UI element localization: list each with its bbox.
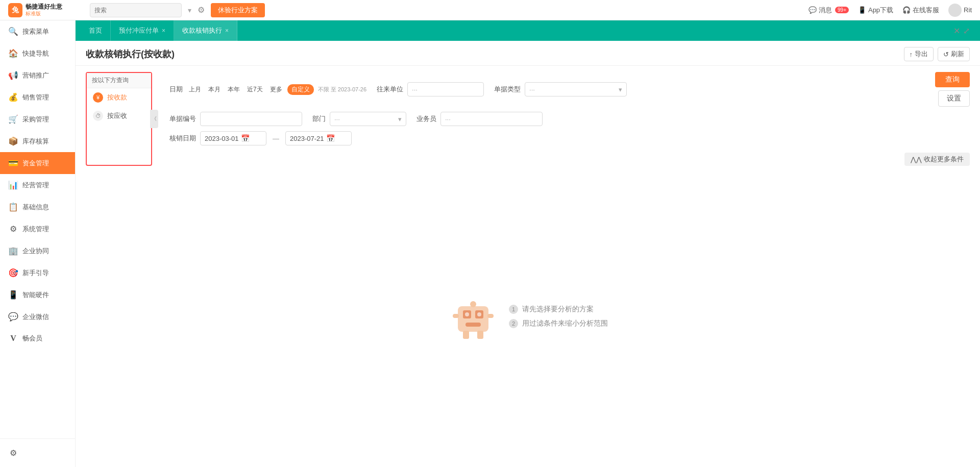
by-receipt-icon: ¥ xyxy=(93,92,103,103)
search-dropdown-icon[interactable]: ▾ xyxy=(188,6,191,14)
verify-date-field: 核销日期 2023-03-01 📅 — 2023-07-21 📅 xyxy=(169,131,352,145)
filter-layout: 按以下方查询 ¥ 按收款 ⏱ 按应收 《 xyxy=(86,72,970,166)
settings-gear-icon[interactable]: ⚙ xyxy=(198,5,205,15)
filter-selector-header: 按以下方查询 xyxy=(87,73,151,88)
unit-field: 往来单位 ··· xyxy=(377,82,484,96)
basic-info-icon: 📋 xyxy=(8,202,18,212)
verify-start-cal-icon: 📅 xyxy=(241,134,250,142)
user-name: Rit xyxy=(964,6,972,14)
dept-chevron: ▾ xyxy=(398,115,402,123)
sidebar-item-member[interactable]: V 畅会员 xyxy=(0,328,75,349)
sidebar-item-quick-nav[interactable]: 🏠 快捷导航 xyxy=(0,42,75,64)
shortcut-custom[interactable]: 自定义 xyxy=(287,84,314,95)
doc-type-field: 单据类型 ··· ▾ xyxy=(494,82,627,96)
query-btn[interactable]: 查询 xyxy=(935,72,970,87)
doc-num-input[interactable] xyxy=(200,112,302,126)
tab-receipt-verify-close[interactable]: × xyxy=(225,27,229,34)
query-settings-col: 查询 设置 xyxy=(935,72,970,107)
messages-btn[interactable]: 💬 消息 99 xyxy=(808,6,849,15)
filter-container: 按以下方查询 ¥ 按收款 ⏱ 按应收 《 xyxy=(76,66,980,166)
tab-home[interactable]: 首页 xyxy=(81,20,111,41)
tab-receipt-verify[interactable]: 收款核销执行 × xyxy=(174,20,237,41)
export-btn[interactable]: ↑ 导出 xyxy=(904,47,934,61)
refresh-btn[interactable]: ↺ 刷新 xyxy=(938,47,970,61)
shortcut-last-month[interactable]: 上月 xyxy=(187,84,203,95)
sidebar-item-inventory[interactable]: 📦 库存核算 xyxy=(0,130,75,152)
unit-select[interactable]: ··· xyxy=(407,82,484,96)
filter-row-3: 核销日期 2023-03-01 📅 — 2023-07-21 📅 xyxy=(169,131,970,145)
sidebar-item-finance[interactable]: 💳 资金管理 xyxy=(0,152,75,174)
refresh-icon: ↺ xyxy=(943,51,949,58)
enterprise-icon: 🏢 xyxy=(8,246,18,256)
settings-btn[interactable]: 设置 xyxy=(938,90,970,107)
collapse-up-icon: ⋀⋀ xyxy=(911,156,922,163)
tab-maximize-icon[interactable]: ⤢ xyxy=(963,26,970,36)
sidebar-item-system[interactable]: ⚙ 系统管理 xyxy=(0,218,75,240)
filter-row-2: 单据编号 部门 ··· ▾ 业务员 xyxy=(169,112,970,126)
online-service-btn[interactable]: 🎧 在线客服 xyxy=(902,6,939,15)
sidebar-item-hardware[interactable]: 📱 智能硬件 xyxy=(0,284,75,306)
svg-rect-3 xyxy=(465,323,481,327)
empty-state: 1 请先选择要分析的方案 2 用过滤条件来缩小分析范围 xyxy=(76,166,980,467)
staff-select[interactable]: ··· xyxy=(440,112,543,126)
doc-type-select[interactable]: ··· ▾ xyxy=(525,82,627,96)
shortcut-this-month[interactable]: 本月 xyxy=(206,84,223,95)
inventory-icon: 📦 xyxy=(8,136,18,146)
member-icon: V xyxy=(8,334,18,343)
filter-selector: 按以下方查询 ¥ 按收款 ⏱ 按应收 《 xyxy=(86,72,152,166)
marketing-icon: 📢 xyxy=(8,70,18,80)
svg-rect-5 xyxy=(453,314,459,318)
user-area[interactable]: Rit xyxy=(948,4,972,17)
svg-point-9 xyxy=(465,312,469,316)
messages-badge: 99 xyxy=(835,7,849,13)
verify-date-end-input[interactable]: 2023-07-21 📅 xyxy=(285,131,352,145)
sidebar-item-guide[interactable]: 🎯 新手引导 xyxy=(0,262,75,284)
svg-rect-8 xyxy=(477,331,483,339)
svg-rect-0 xyxy=(458,306,488,332)
app-logo-text: 畅捷通好生意 标准版 xyxy=(26,3,62,16)
sidebar-settings-icon: ⚙ xyxy=(8,448,18,458)
industry-btn[interactable]: 休验行业方案 xyxy=(211,3,265,17)
dept-select[interactable]: ··· ▾ xyxy=(330,112,406,126)
top-search-input[interactable] xyxy=(90,3,182,17)
sales-icon: 💰 xyxy=(8,92,18,102)
filter-option-by-receipt[interactable]: ¥ 按收款 xyxy=(87,88,151,107)
svg-rect-7 xyxy=(463,331,469,339)
shortcut-7days[interactable]: 近7天 xyxy=(245,84,265,95)
doc-type-chevron: ▾ xyxy=(619,86,622,93)
verify-date-start-input[interactable]: 2023-03-01 📅 xyxy=(200,131,266,145)
sidebar-item-sales[interactable]: 💰 销售管理 xyxy=(0,86,75,108)
top-header: 兔 畅捷通好生意 标准版 ▾ ⚙ 休验行业方案 💬 消息 99 📱 App下载 … xyxy=(0,0,980,20)
sidebar: 🔍 搜索菜单 🏠 快捷导航 📢 营销推广 💰 销售管理 🛒 采购管理 📦 库存核… xyxy=(0,20,76,467)
more-conditions: ⋀⋀ 收起更多条件 xyxy=(169,153,970,166)
collapse-conditions-btn[interactable]: ⋀⋀ 收起更多条件 xyxy=(904,153,970,166)
dept-field: 部门 ··· ▾ xyxy=(312,112,406,126)
sidebar-item-purchase[interactable]: 🛒 采购管理 xyxy=(0,108,75,130)
filter-option-by-receivable[interactable]: ⏱ 按应收 xyxy=(87,107,151,125)
sidebar-settings-btn[interactable]: ⚙ xyxy=(0,444,75,462)
sidebar-item-wechat[interactable]: 💬 企业微信 xyxy=(0,306,75,328)
filter-collapse-btn[interactable]: 《 xyxy=(150,110,158,128)
app-logo-icon: 兔 xyxy=(8,3,22,17)
shortcut-more[interactable]: 更多 xyxy=(268,84,284,95)
sidebar-item-marketing[interactable]: 📢 营销推广 xyxy=(0,64,75,86)
tab-bar-actions: ✕ ⤢ xyxy=(948,26,975,36)
sidebar-item-basic-info[interactable]: 📋 基础信息 xyxy=(0,196,75,218)
verify-end-cal-icon: 📅 xyxy=(326,134,335,142)
user-avatar xyxy=(948,4,962,17)
shortcut-this-year[interactable]: 本年 xyxy=(226,84,242,95)
sidebar-item-search-menu[interactable]: 🔍 搜索菜单 xyxy=(0,20,75,42)
sidebar-item-enterprise[interactable]: 🏢 企业协同 xyxy=(0,240,75,262)
sidebar-item-operations[interactable]: 📊 经营管理 xyxy=(0,174,75,196)
app-download-btn[interactable]: 📱 App下载 xyxy=(858,6,893,15)
main-layout: 🔍 搜索菜单 🏠 快捷导航 📢 营销推广 💰 销售管理 🛒 采购管理 📦 库存核… xyxy=(0,20,980,467)
tab-close-all-icon[interactable]: ✕ xyxy=(953,26,960,36)
tab-prepay[interactable]: 预付冲应付单 × xyxy=(111,20,174,41)
page-tabs: 首页 预付冲应付单 × 收款核销执行 × ✕ ⤢ xyxy=(76,20,980,41)
by-receivable-icon: ⏱ xyxy=(93,111,103,121)
filter-form: 日期 上月 本月 本年 近7天 更多 自定义 不限 至 2023-07-26 xyxy=(160,72,970,166)
doc-num-field: 单据编号 xyxy=(169,112,302,126)
empty-illustration xyxy=(448,291,499,342)
tab-prepay-close[interactable]: × xyxy=(162,27,165,34)
search-menu-icon: 🔍 xyxy=(8,27,18,36)
